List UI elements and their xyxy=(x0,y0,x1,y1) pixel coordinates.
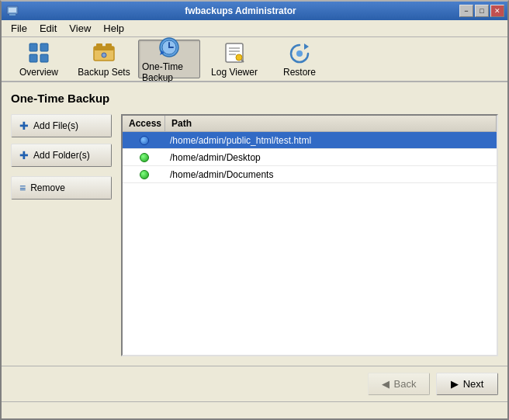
window-controls: − □ ✕ xyxy=(459,5,504,17)
table-row[interactable]: /home/admin/public_html/test.html xyxy=(123,132,497,149)
svg-point-9 xyxy=(102,53,106,57)
column-header-path: Path xyxy=(165,116,497,131)
toolbar-overview[interactable]: Overview xyxy=(8,40,70,78)
svg-marker-20 xyxy=(304,43,309,50)
backup-sets-icon xyxy=(92,40,116,65)
next-button[interactable]: ▶ Next xyxy=(436,373,498,395)
svg-rect-2 xyxy=(9,14,16,16)
toolbar-backup-sets[interactable]: Backup Sets xyxy=(73,40,135,78)
path-cell: /home/admin/Desktop xyxy=(165,151,497,165)
restore-icon xyxy=(287,40,312,65)
svg-rect-10 xyxy=(96,43,102,47)
remove-label: Remove xyxy=(30,182,65,193)
file-list-header: Access Path xyxy=(123,116,497,132)
back-button[interactable]: ◀ Back xyxy=(368,373,430,395)
add-files-button[interactable]: ✚ Add File(s) xyxy=(11,114,112,137)
table-row[interactable]: /home/admin/Desktop xyxy=(123,149,497,166)
remove-button[interactable]: ≡ Remove xyxy=(11,176,112,200)
table-row[interactable]: /home/admin/Documents xyxy=(123,166,497,183)
add-folders-button[interactable]: ✚ Add Folder(s) xyxy=(11,144,112,167)
add-folders-label: Add Folder(s) xyxy=(33,150,90,161)
access-cell xyxy=(123,153,165,162)
path-cell: /home/admin/Documents xyxy=(165,168,497,182)
menu-help[interactable]: Help xyxy=(97,21,130,36)
bottom-bar: ◀ Back ▶ Next xyxy=(2,366,507,401)
svg-rect-3 xyxy=(29,43,37,51)
column-header-access: Access xyxy=(123,116,165,131)
next-label: Next xyxy=(463,378,484,390)
minimize-button[interactable]: − xyxy=(459,5,473,17)
toolbar: Overview Backup Sets xyxy=(2,37,507,82)
svg-rect-1 xyxy=(9,8,16,12)
toolbar-restore[interactable]: Restore xyxy=(268,40,331,78)
main-window: fwbackups Administrator − □ ✕ File Edit … xyxy=(0,0,509,420)
add-files-label: Add File(s) xyxy=(33,120,78,131)
svg-point-18 xyxy=(236,54,242,61)
title-bar: fwbackups Administrator − □ ✕ xyxy=(2,2,507,20)
next-arrow-icon: ▶ xyxy=(451,378,459,390)
log-viewer-icon xyxy=(222,40,247,65)
window-title: fwbackups Administrator xyxy=(22,5,459,16)
toolbar-backup-sets-label: Backup Sets xyxy=(78,67,130,78)
svg-rect-5 xyxy=(29,54,37,62)
content-area: ✚ Add File(s) ✚ Add Folder(s) ≡ Remove A… xyxy=(11,114,498,356)
toolbar-restore-label: Restore xyxy=(283,67,316,78)
menu-file[interactable]: File xyxy=(5,21,33,36)
back-arrow-icon: ◀ xyxy=(382,378,390,390)
menu-view[interactable]: View xyxy=(63,21,97,36)
access-cell xyxy=(123,170,165,179)
close-button[interactable]: ✕ xyxy=(490,5,504,17)
svg-rect-4 xyxy=(40,43,48,51)
status-bar xyxy=(2,401,507,418)
file-list-container: Access Path /home/admin/public_html/test… xyxy=(121,114,498,356)
maximize-button[interactable]: □ xyxy=(475,5,489,17)
app-icon xyxy=(6,5,19,17)
menu-edit[interactable]: Edit xyxy=(33,21,63,36)
svg-rect-11 xyxy=(106,43,112,47)
svg-point-21 xyxy=(296,50,303,57)
access-cell xyxy=(123,136,165,145)
back-label: Back xyxy=(394,378,417,390)
toolbar-log-viewer[interactable]: Log Viewer xyxy=(203,40,265,78)
add-files-icon: ✚ xyxy=(19,120,29,132)
file-list-body[interactable]: /home/admin/public_html/test.html /home/… xyxy=(123,132,497,355)
main-content: One-Time Backup ✚ Add File(s) ✚ Add Fold… xyxy=(2,82,507,366)
toolbar-log-viewer-label: Log Viewer xyxy=(211,67,258,78)
menu-bar: File Edit View Help xyxy=(2,20,507,37)
toolbar-one-time-backup-label: One-Time Backup xyxy=(142,61,196,83)
add-folders-icon: ✚ xyxy=(19,149,29,161)
remove-icon: ≡ xyxy=(19,182,26,194)
one-time-backup-icon xyxy=(157,35,182,60)
access-indicator xyxy=(140,153,149,162)
access-indicator xyxy=(140,136,149,145)
toolbar-one-time-backup[interactable]: One-Time Backup xyxy=(138,40,200,78)
toolbar-overview-label: Overview xyxy=(19,67,58,78)
overview-icon xyxy=(26,40,51,65)
path-cell: /home/admin/public_html/test.html xyxy=(165,134,497,148)
buttons-panel: ✚ Add File(s) ✚ Add Folder(s) ≡ Remove xyxy=(11,114,112,356)
access-indicator xyxy=(140,170,149,179)
svg-rect-6 xyxy=(40,54,48,62)
page-title: One-Time Backup xyxy=(11,92,498,105)
